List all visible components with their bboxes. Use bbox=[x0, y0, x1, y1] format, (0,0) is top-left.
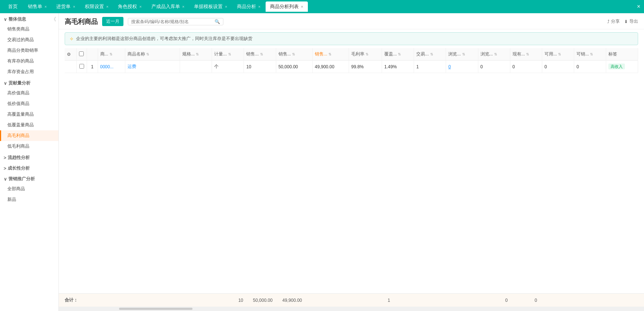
nav-home[interactable]: 首页 bbox=[3, 1, 23, 12]
sidebar-item-traded-goods[interactable]: 交易过的商品 bbox=[0, 35, 58, 45]
info-banner: ✧ 企业的主要的利润都是这部分商品创造的，可考虑加大推广，同时关注库存是不要出现… bbox=[65, 32, 638, 45]
sidebar-group-overall[interactable]: ∨ 整体信息 bbox=[0, 13, 58, 24]
sidebar-item-low-coverage[interactable]: 低覆盖量商品 bbox=[0, 120, 58, 130]
search-box: 🔍 bbox=[128, 18, 223, 25]
sort-unit-icon: ⇅ bbox=[228, 52, 231, 56]
nav-tab-sales-order[interactable]: 销售单 × bbox=[24, 1, 51, 12]
col-saleable[interactable]: 可销... ⇅ bbox=[574, 48, 606, 61]
sidebar-item-high-value[interactable]: 高价值商品 bbox=[0, 88, 58, 98]
close-tab-1-icon[interactable]: × bbox=[73, 4, 75, 9]
footer-summary: 合计： 10 50,000.00 49,900.00 1 0 0 bbox=[59, 293, 644, 307]
chevron-right-icon-2: > bbox=[4, 166, 6, 171]
col-browse2[interactable]: 浏览... ⇅ bbox=[478, 48, 510, 61]
close-tab-4-icon[interactable]: × bbox=[182, 4, 184, 9]
nav-tab-permission-settings[interactable]: 权限设置 × bbox=[80, 1, 113, 12]
row-sales-cost: 49,900.00 bbox=[312, 61, 349, 73]
search-input[interactable] bbox=[131, 19, 213, 24]
row-cover-rate: 1.49% bbox=[382, 61, 414, 73]
sidebar-item-new-goods[interactable]: 新品 bbox=[0, 194, 58, 205]
settings-icon[interactable]: ⚙ bbox=[67, 52, 71, 57]
close-tab-3-icon[interactable]: × bbox=[139, 4, 141, 9]
nav-tab-product-storage[interactable]: 产成品入库单 × bbox=[147, 1, 189, 12]
col-sales-amount[interactable]: 销售... ⇅ bbox=[276, 48, 312, 61]
row-checkbox[interactable] bbox=[76, 61, 87, 73]
sidebar-group-marketing[interactable]: ∨ 营销推广分析 bbox=[0, 173, 58, 184]
col-gross-rate[interactable]: 毛利率 ⇅ bbox=[349, 48, 382, 61]
search-icon[interactable]: 🔍 bbox=[215, 19, 220, 24]
nav-tab-purchase-order[interactable]: 进货单 × bbox=[52, 1, 79, 12]
nav-tab-product-analysis[interactable]: 商品分析 × bbox=[233, 1, 265, 12]
row-unit: 个 bbox=[212, 61, 244, 73]
sidebar-group-trend[interactable]: > 流趋性分析 bbox=[0, 152, 58, 162]
row-browse1[interactable]: 0 bbox=[446, 61, 478, 73]
col-trade[interactable]: 交易... ⇅ bbox=[414, 48, 446, 61]
col-cover-rate[interactable]: 覆盖... ⇅ bbox=[382, 48, 414, 61]
row-tag: 高收入 bbox=[606, 61, 638, 73]
window-close-icon[interactable]: × bbox=[637, 4, 640, 10]
select-all-checkbox[interactable] bbox=[79, 51, 84, 56]
col-checkbox[interactable] bbox=[76, 48, 87, 61]
row-current: 0 bbox=[510, 61, 542, 73]
sidebar-item-low-margin[interactable]: 低毛利商品 bbox=[0, 141, 58, 152]
table-container: ⚙ 商... ⇅ 商品名称 ⇅ 规格... ⇅ 计量... ⇅ 销售... ⇅ … bbox=[59, 48, 644, 293]
col-browse1[interactable]: 浏览... ⇅ bbox=[446, 48, 478, 61]
col-name[interactable]: 商品名称 ⇅ bbox=[125, 48, 180, 61]
sidebar-item-stock-capital[interactable]: 库存资金占用 bbox=[0, 66, 58, 77]
row-settings bbox=[65, 61, 76, 73]
footer-sales-qty: 10 bbox=[216, 298, 245, 303]
sort-available-icon: ⇅ bbox=[558, 52, 561, 56]
sort-trade-icon: ⇅ bbox=[430, 52, 433, 56]
nav-tab-role-auth[interactable]: 角色授权 × bbox=[114, 1, 146, 12]
col-spec[interactable]: 规格... ⇅ bbox=[180, 48, 212, 61]
horizontal-scrollbar[interactable] bbox=[59, 307, 644, 311]
sidebar-group-growth[interactable]: > 成长性分析 bbox=[0, 162, 58, 173]
sort-gross-rate-icon: ⇅ bbox=[366, 52, 368, 56]
col-sales-qty[interactable]: 销售... ⇅ bbox=[244, 48, 276, 61]
nav-tab-product-analysis-list[interactable]: 商品分析列表 × bbox=[266, 1, 307, 12]
export-btn[interactable]: ⬇ 导出 bbox=[624, 18, 638, 25]
close-tab-7-icon[interactable]: × bbox=[301, 4, 303, 9]
footer-available: 0 bbox=[481, 298, 510, 303]
sort-spec-icon: ⇅ bbox=[196, 52, 199, 56]
footer-saleable: 0 bbox=[510, 298, 539, 303]
sort-current-icon: ⇅ bbox=[526, 52, 529, 56]
close-tab-2-icon[interactable]: × bbox=[106, 4, 108, 9]
col-current[interactable]: 现有... ⇅ bbox=[510, 48, 542, 61]
row-name[interactable]: 运费 bbox=[125, 61, 180, 73]
sidebar-collapse-btn[interactable]: 《 bbox=[51, 16, 56, 23]
filter-recent-month-btn[interactable]: 近一月 bbox=[102, 17, 123, 26]
close-tab-5-icon[interactable]: × bbox=[225, 4, 227, 9]
row-sales-qty: 10 bbox=[244, 61, 276, 73]
sort-browse2-icon: ⇅ bbox=[494, 52, 497, 56]
scrollbar-thumb[interactable] bbox=[119, 308, 193, 310]
sort-sales-qty-icon: ⇅ bbox=[260, 52, 263, 56]
sidebar-item-sales-goods[interactable]: 销售类商品 bbox=[0, 24, 58, 35]
col-code[interactable]: 商... ⇅ bbox=[98, 48, 125, 61]
close-tab-0-icon[interactable]: × bbox=[44, 4, 47, 9]
sidebar-item-category-rate[interactable]: 商品分类助销率 bbox=[0, 45, 58, 56]
top-nav: 首页 销售单 × 进货单 × 权限设置 × 角色授权 × 产成品入库单 × 单据… bbox=[0, 0, 644, 13]
col-unit[interactable]: 计量... ⇅ bbox=[212, 48, 244, 61]
sidebar-item-all-goods[interactable]: 全部商品 bbox=[0, 184, 58, 194]
sidebar-item-high-coverage[interactable]: 高覆盖量商品 bbox=[0, 109, 58, 120]
row-code[interactable]: 0000... bbox=[98, 61, 125, 73]
sidebar-item-low-value[interactable]: 低价值商品 bbox=[0, 98, 58, 109]
col-available[interactable]: 可用... ⇅ bbox=[542, 48, 574, 61]
col-settings[interactable]: ⚙ bbox=[65, 48, 76, 61]
content-header: 高毛利商品 近一月 🔍 ⤴ 分享 ⬇ 导出 bbox=[59, 13, 644, 29]
row-gross-rate: 99.8% bbox=[349, 61, 382, 73]
footer-trade: 1 bbox=[363, 298, 392, 303]
col-sales-cost[interactable]: 销售... ⇅ bbox=[312, 48, 349, 61]
sidebar-item-stocked-goods[interactable]: 有库存的商品 bbox=[0, 56, 58, 66]
row-select-checkbox[interactable] bbox=[79, 64, 84, 69]
nav-tab-template-settings[interactable]: 单据模板设置 × bbox=[190, 1, 231, 12]
chevron-down-icon-2: ∨ bbox=[4, 81, 7, 86]
sidebar-item-high-margin[interactable]: 高毛利商品 bbox=[0, 130, 58, 141]
main-layout: 《 ∨ 整体信息 销售类商品 交易过的商品 商品分类助销率 有库存的商品 库存资… bbox=[0, 13, 644, 311]
row-sales-amount: 50,000.00 bbox=[276, 61, 312, 73]
share-btn[interactable]: ⤴ 分享 bbox=[607, 18, 620, 25]
close-tab-6-icon[interactable]: × bbox=[258, 4, 260, 9]
col-tag[interactable]: 标签 bbox=[606, 48, 638, 61]
sidebar-group-contribution[interactable]: ∨ 贡献量分析 bbox=[0, 77, 58, 88]
data-table: ⚙ 商... ⇅ 商品名称 ⇅ 规格... ⇅ 计量... ⇅ 销售... ⇅ … bbox=[65, 48, 638, 73]
